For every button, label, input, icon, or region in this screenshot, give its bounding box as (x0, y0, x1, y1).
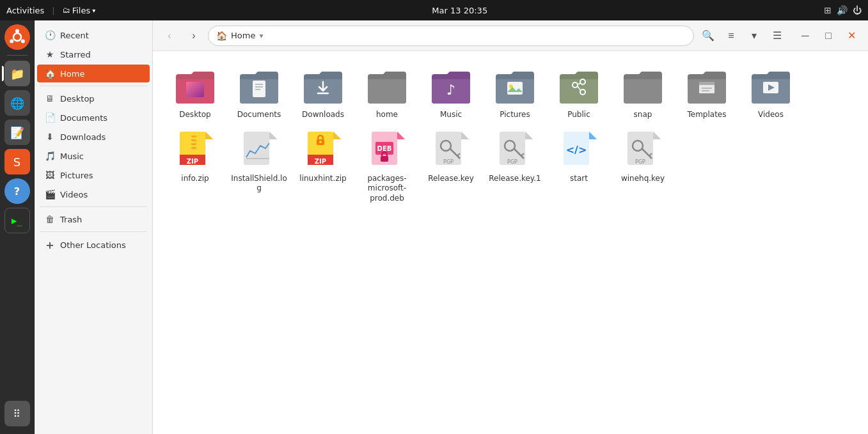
taskbar-software[interactable]: S (4, 149, 30, 174)
file-item-home[interactable]: home (355, 61, 419, 125)
file-item-videos[interactable]: Videos (739, 61, 803, 125)
file-item-documents[interactable]: Documents (227, 61, 291, 125)
svg-marker-53 (461, 132, 469, 139)
file-item-desktop[interactable]: Desktop (163, 61, 227, 125)
svg-point-3 (20, 40, 24, 43)
sidebar: 🕐 Recent ★ Starred 🏠 Home 🖥 Desktop 📄 Do… (35, 20, 153, 434)
sidebar-item-documents[interactable]: 📄 Documents (37, 109, 150, 127)
file-item-release-key[interactable]: PGP Release.key (419, 125, 483, 209)
toolbar-right: 🔍 ≡ ▾ ☰ ─ □ ✕ (698, 26, 862, 46)
view-list-button[interactable]: ≡ (721, 26, 741, 46)
main-area: 📁 🌐 📝 S ? ▶_ ⠿ 🕐 Recent ★ Starred (0, 20, 868, 434)
file-label-linuxhint-zip: linuxhint.zip (299, 174, 346, 184)
forward-button[interactable]: › (184, 26, 204, 46)
menu-button[interactable]: ☰ (767, 26, 787, 46)
sidebar-item-trash[interactable]: 🗑 Trash (37, 210, 150, 228)
taskbar-app-grid[interactable]: ⠿ (4, 401, 30, 426)
file-item-packages-deb[interactable]: DEB packages-microsoft-prod.deb (355, 125, 419, 209)
svg-marker-27 (205, 132, 213, 139)
sidebar-label-home: Home (60, 69, 84, 79)
taskbar-files[interactable]: 📁 (4, 61, 30, 86)
taskbar-text-editor[interactable]: 📝 (4, 120, 30, 145)
sidebar-label-downloads: Downloads (60, 132, 106, 142)
file-label-public: Public (567, 110, 590, 120)
minimize-button[interactable]: ─ (795, 26, 816, 46)
location-bar[interactable]: 🏠 Home ▾ (208, 26, 694, 46)
svg-rect-33 (191, 147, 196, 149)
taskbar-help[interactable]: ? (4, 178, 30, 204)
taskbar-ubuntu[interactable] (4, 24, 30, 50)
svg-rect-6 (253, 81, 265, 97)
sidebar-item-starred[interactable]: ★ Starred (37, 45, 150, 63)
volume-icon[interactable]: 🔊 (837, 5, 848, 15)
svg-text:DEB: DEB (377, 145, 392, 152)
sidebar-item-home[interactable]: 🏠 Home (37, 65, 150, 82)
sidebar-item-videos[interactable]: 🎬 Videos (37, 185, 150, 203)
music-icon: 🎵 (45, 151, 55, 161)
file-item-start[interactable]: </> start (547, 125, 611, 209)
svg-text:PGP: PGP (635, 159, 645, 165)
network-icon: ⊞ (824, 5, 832, 15)
file-item-public[interactable]: Public (547, 61, 611, 125)
desktop-icon: 🖥 (45, 93, 55, 104)
file-item-snap[interactable]: snap (611, 61, 675, 125)
file-item-music[interactable]: ♪ Music (419, 61, 483, 125)
sidebar-item-pictures[interactable]: 🖼 Pictures (37, 166, 150, 184)
sidebar-label-videos: Videos (60, 190, 88, 199)
file-item-release-key-1[interactable]: PGP Release.key.1 (483, 125, 547, 209)
file-label-info-zip: info.zip (181, 174, 209, 184)
pictures-icon: 🖼 (45, 170, 55, 180)
folder-icon-templates (686, 66, 727, 107)
deb-icon-packages: DEB (367, 130, 407, 171)
file-label-documents: Documents (237, 110, 281, 120)
svg-point-4 (10, 40, 13, 43)
starred-icon: ★ (45, 49, 55, 59)
sidebar-label-documents: Documents (60, 113, 107, 123)
sidebar-item-music[interactable]: 🎵 Music (37, 147, 150, 165)
datetime: Mar 13 20:35 (432, 6, 487, 15)
svg-marker-67 (589, 132, 597, 139)
sidebar-item-recent[interactable]: 🕐 Recent (37, 26, 150, 44)
file-label-pictures: Pictures (500, 110, 530, 120)
search-button[interactable]: 🔍 (698, 26, 718, 46)
taskbar-browser[interactable]: 🌐 (4, 90, 30, 116)
file-label-release-key-1: Release.key.1 (489, 174, 541, 184)
back-button[interactable]: ‹ (159, 26, 180, 46)
maximize-button[interactable]: □ (818, 26, 839, 46)
sidebar-item-desktop[interactable]: 🖥 Desktop (37, 89, 150, 107)
location-label: Home (231, 31, 255, 40)
svg-text:ZIP: ZIP (187, 158, 198, 165)
view-options-button[interactable]: ▾ (744, 26, 764, 46)
sidebar-item-other[interactable]: + Other Locations (37, 235, 150, 255)
file-item-linuxhint-zip[interactable]: ZIP linuxhint.zip (291, 125, 355, 209)
pgp-icon-release-key-1: PGP (494, 130, 535, 171)
file-item-winehq-key[interactable]: PGP winehq.key (611, 125, 675, 209)
folder-icon-home (367, 66, 407, 107)
location-home-icon: 🏠 (216, 31, 227, 41)
sidebar-item-downloads[interactable]: ⬇ Downloads (37, 128, 150, 146)
svg-marker-36 (269, 132, 277, 139)
file-item-installshield-log[interactable]: InstallShield.log (227, 125, 291, 209)
svg-rect-30 (191, 136, 196, 137)
activities-label[interactable]: Activities (6, 6, 44, 15)
file-item-pictures[interactable]: Pictures (483, 61, 547, 125)
folder-icon-public (558, 66, 599, 107)
svg-text:</>: </> (566, 144, 587, 156)
folder-icon-documents (239, 66, 280, 107)
home-icon: 🏠 (45, 68, 55, 79)
taskbar-separator (7, 55, 28, 56)
file-label-release-key: Release.key (428, 174, 474, 184)
power-icon[interactable]: ⏻ (853, 5, 862, 15)
zip-icon-linuxhint: ZIP (303, 130, 343, 171)
svg-point-2 (15, 29, 19, 33)
close-button[interactable]: ✕ (841, 26, 862, 46)
file-item-templates[interactable]: Templates (675, 61, 739, 125)
sidebar-label-recent: Recent (60, 31, 89, 40)
taskbar: 📁 🌐 📝 S ? ▶_ ⠿ (0, 20, 35, 434)
topbar-center: Mar 13 20:35 (432, 6, 487, 15)
files-menu[interactable]: 🗂 Files ▾ (63, 6, 96, 15)
sidebar-separator-2 (40, 206, 147, 207)
file-item-info-zip[interactable]: ZIP info.zip (163, 125, 227, 209)
taskbar-terminal[interactable]: ▶_ (4, 208, 30, 233)
file-item-downloads[interactable]: Downloads (291, 61, 355, 125)
